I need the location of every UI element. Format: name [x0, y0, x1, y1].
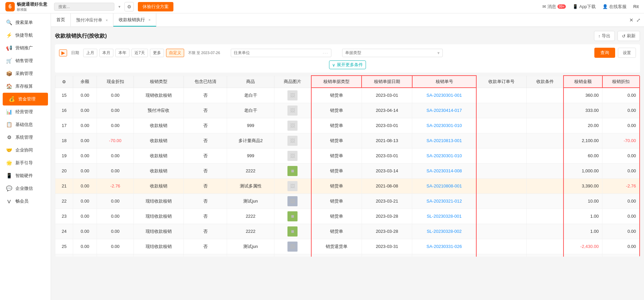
goods-thumbnail: ■ [287, 211, 298, 221]
sidebar-item-label: 基础信息 [15, 122, 33, 128]
sidebar-item-enterprise[interactable]: 🤝 企业协同 [0, 144, 51, 157]
service-btn[interactable]: 👤 在线客服 [602, 4, 627, 10]
tab-expand-icon[interactable]: ⤢ [636, 17, 641, 23]
sidebar-item-quicknav[interactable]: ⚡ 快捷导航 [0, 29, 51, 42]
app-download-btn[interactable]: 📱 App下载 [573, 4, 596, 10]
sidebar-item-finance[interactable]: 💰 资金管理 [3, 93, 48, 105]
sidebar-item-business[interactable]: 📊 经营管理 [0, 105, 51, 118]
cancel-bill-no-link[interactable]: SA-20230414-017 [426, 108, 462, 113]
tab-home[interactable]: 首页 [51, 13, 71, 27]
chat-icon: 💬 [6, 185, 12, 191]
sidebar: 🔍 搜索菜单 ⚡ 快捷导航 📢 营销推广 🛒 销售管理 📦 采购管理 🏠 库存核… [0, 13, 51, 300]
date-label: 日期 [71, 50, 79, 56]
expand-more-btn[interactable]: ∨ 展开更多条件 [329, 60, 366, 69]
cancel-bill-no-link[interactable]: SA-20210813-001 [426, 138, 462, 143]
sidebar-item-base[interactable]: 📋 基础信息 [0, 118, 51, 131]
tab-prepay[interactable]: 预付冲应付单 × [71, 13, 113, 27]
sidebar-item-marketing[interactable]: 📢 营销推广 [0, 42, 51, 54]
goods-thumbnail: 🖼 [287, 181, 298, 191]
cancel-bill-no-link[interactable]: SA-20230331-026 [426, 244, 462, 249]
query-btn[interactable]: 查询 [594, 48, 615, 58]
top-bar: 6 畅捷通谱好生意 标准版 ▾ ⚙ 休验行业方案 ✉ 消息 99+ 📱 App下… [0, 0, 644, 13]
phone-icon: 📱 [6, 173, 12, 179]
col-goods-image-header: 商品图片 [274, 76, 311, 88]
cancel-bill-no-link[interactable]: SA-20230301-010 [426, 123, 462, 128]
industry-btn[interactable]: 休验行业方案 [138, 2, 173, 11]
tab-collect[interactable]: 收款核销执行 × [113, 13, 156, 27]
sidebar-item-label: 库存核算 [15, 83, 33, 89]
voucher-type-input[interactable] [363, 50, 435, 55]
sidebar-item-system[interactable]: ⚙ 系统管理 [0, 131, 51, 144]
counterpart-input-wrap[interactable]: 往来单位 ··· [231, 49, 331, 57]
sidebar-item-label: 搜索菜单 [15, 19, 33, 26]
date-btn-this-month[interactable]: 本月 [99, 49, 113, 57]
counterpart-input[interactable] [252, 50, 321, 55]
table-row: 160.000.00预付冲应收否老白干🖼销货单2023-04-14SA-2023… [55, 103, 640, 118]
refresh-btn[interactable]: ↺ 刷新 [618, 31, 640, 41]
cancel-bill-no-link[interactable]: SA-20230301-001 [426, 93, 462, 98]
sidebar-item-sales[interactable]: 🛒 销售管理 [0, 54, 51, 67]
page-header: 收款核销执行(按收款) ↑ 导出 ↺ 刷新 [55, 31, 640, 41]
sidebar-item-vip[interactable]: V 畅会员 [0, 195, 51, 208]
top-search-input[interactable] [54, 3, 114, 11]
star-icon: 🌟 [6, 160, 12, 166]
cancel-bill-no-link[interactable]: SA-20210808-001 [426, 183, 462, 188]
col-include-settled-header: 包含已结清 [183, 76, 227, 88]
sidebar-item-purchase[interactable]: 📦 采购管理 [0, 67, 51, 80]
app-icon: 📱 [573, 4, 578, 9]
cancel-bill-no-link[interactable]: SA-20230314-008 [426, 168, 462, 173]
goods-thumbnail: 🖼 [287, 105, 298, 116]
arrow-right-icon: ▶ [61, 50, 65, 55]
sidebar-item-hardware[interactable]: 📱 智能硬件 [0, 169, 51, 182]
dropdown-arrow[interactable]: ▾ [118, 4, 120, 9]
table-row: 210.00-2.76收款核销否测试多属性🖼销货单2021-08-08SA-20… [55, 178, 640, 194]
cancel-bill-no-link[interactable]: SL-20230328-001 [427, 214, 462, 219]
service-label: 在线客服 [609, 4, 627, 10]
sidebar-item-wechat[interactable]: 💬 企业微信 [0, 182, 51, 195]
gear-icon: ⚙ [6, 134, 12, 140]
goods-thumbnail: ■ [287, 166, 298, 176]
dropdown-arrow-icon: ▾ [437, 50, 440, 55]
date-btn-more[interactable]: 更多 [150, 49, 164, 57]
sidebar-item-label: 畅会员 [15, 198, 29, 204]
tab-close-icon[interactable]: ✕ [629, 17, 634, 23]
message-btn[interactable]: ✉ 消息 99+ [542, 4, 566, 10]
sidebar-item-inventory[interactable]: 🏠 库存核算 [0, 80, 51, 93]
app-label: App下载 [579, 4, 596, 10]
sidebar-item-label: 销售管理 [15, 58, 33, 64]
export-btn[interactable]: ↑ 导出 [594, 31, 615, 41]
sidebar-item-search[interactable]: 🔍 搜索菜单 [0, 16, 51, 29]
cart-icon: 🛒 [6, 58, 12, 64]
col-cancel-discount-header: 核销折扣 [602, 76, 640, 88]
cancel-bill-no-link[interactable]: SA-20230321-012 [426, 199, 462, 204]
set-btn[interactable]: 设置 [618, 48, 636, 58]
table-row: 250.000.00现结收款核销否测试jun🖼销货退货单2023-03-31SA… [55, 239, 640, 254]
box-icon: 📦 [6, 71, 12, 77]
col-settings-header[interactable]: ⚙ [55, 76, 73, 88]
voucher-type-wrap[interactable]: 单据类型 ▾ [342, 49, 443, 57]
message-label: 消息 [547, 4, 556, 10]
col-cancel-bill-type-header: 核销单据类型 [311, 76, 362, 88]
date-btn-custom[interactable]: 自定义 [166, 49, 184, 57]
tab-prepay-label: 预付冲应付单 [76, 17, 102, 23]
sidebar-item-guide[interactable]: 🌟 新手引导 [0, 157, 51, 169]
filter-arrow-btn[interactable]: ▶ [59, 49, 67, 56]
goods-thumbnail: 🏢 [287, 257, 298, 257]
tab-home-label: 首页 [56, 17, 65, 23]
date-btn-7days[interactable]: 近7天 [131, 49, 148, 57]
date-btn-this-year[interactable]: 本年 [115, 49, 129, 57]
user-name[interactable]: Rit [633, 4, 639, 9]
cancel-bill-no-link[interactable]: SL-20230328-002 [427, 229, 462, 234]
date-group: 上月 本月 本年 近7天 更多 自定义 [83, 49, 184, 57]
date-btn-last-month[interactable]: 上月 [83, 49, 97, 57]
search-icon: 🔍 [6, 19, 12, 26]
flash-icon: ⚡ [6, 32, 12, 38]
vip-icon: V [6, 199, 12, 204]
top-bar-right: ✉ 消息 99+ 📱 App下载 👤 在线客服 Rit [542, 4, 639, 10]
goods-thumbnail: 🖼 [287, 121, 298, 131]
cancel-bill-no-link[interactable]: SA-20230301-010 [426, 153, 462, 158]
tab-prepay-close[interactable]: × [106, 18, 108, 22]
logo-icon: 6 [5, 2, 15, 11]
settings-btn[interactable]: ⚙ [124, 2, 134, 11]
tab-collect-close[interactable]: × [148, 18, 150, 22]
